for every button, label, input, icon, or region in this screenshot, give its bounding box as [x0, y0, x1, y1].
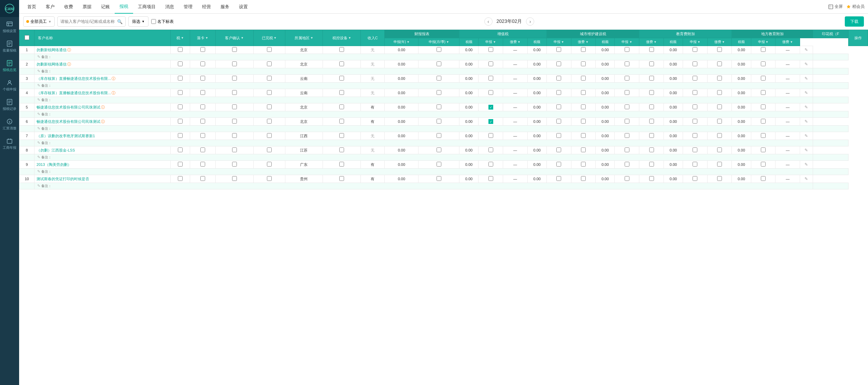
nav-service[interactable]: 服务 — [216, 0, 234, 14]
remark-cell[interactable]: ✎ 备注： — [34, 97, 813, 103]
remark-cell[interactable]: ✎ 备注： — [34, 183, 813, 189]
employee-filter[interactable]: 全部员工 ▼ — [23, 16, 55, 27]
edit-icon[interactable]: ✎ — [805, 62, 808, 67]
remark-cell[interactable]: ✎ 备注： — [34, 83, 813, 89]
search-box[interactable]: 🔍 — [57, 16, 126, 27]
sidebar-item-batch-tax[interactable]: 批量报税 — [0, 37, 19, 56]
action-cell[interactable]: ✎ — [800, 146, 813, 154]
tax-table-wrapper[interactable]: 客户名称 税▼ 落卡▼ 客户确认▼ 已完税▼ — [19, 30, 868, 385]
remark-cell[interactable]: ✎ 备注： — [34, 111, 813, 118]
fullscreen-btn[interactable]: 全屏 — [828, 4, 843, 10]
sidebar-item-personal-tax[interactable]: 个税申报 — [0, 75, 19, 95]
customer-name-cell[interactable]: （库存核算）直播畅捷通信息技术股份有限...ⓘ — [34, 75, 171, 83]
confirm-cell — [215, 60, 253, 68]
remark-cell[interactable]: ✎ 备注： — [34, 154, 813, 161]
remark-row: ✎ 备注： — [19, 183, 868, 189]
customer-name-cell[interactable]: 2013（陶美劳勿删） — [34, 161, 171, 169]
nav-manage[interactable]: 管理 — [179, 0, 197, 14]
remark-text: 备注： — [41, 184, 52, 188]
action-cell[interactable]: ✎ — [800, 118, 813, 126]
sidebar-item-settlement[interactable]: ¥ 汇算清缴 — [0, 114, 19, 134]
action-cell[interactable]: ✎ — [800, 60, 813, 68]
vat-amount: 0.00 — [459, 132, 479, 140]
remark-cell[interactable]: ✎ 备注： — [34, 68, 813, 75]
local-amount: 0.00 — [664, 161, 683, 169]
edu-pay-cb — [639, 161, 664, 169]
nav-accounting[interactable]: 记账 — [96, 0, 115, 14]
income-cell: 无 — [361, 146, 385, 154]
remark-cell[interactable]: ✎ 备注： — [34, 169, 813, 175]
nav-billing[interactable]: 收费 — [59, 0, 78, 14]
income-cell: 有 — [361, 161, 385, 169]
next-page-btn[interactable]: › — [526, 17, 534, 26]
action-cell[interactable]: ✎ — [800, 46, 813, 54]
vat-amount: 0.00 — [459, 103, 479, 111]
edit-icon[interactable]: ✎ — [805, 47, 808, 52]
edu-pay-cb — [639, 60, 664, 68]
edu-amount: 0.00 — [596, 75, 615, 83]
action-cell[interactable]: ✎ — [800, 75, 813, 83]
customer-name-cell[interactable]: 畅捷通信息技术股份有限公司民珠测试ⓘ — [34, 118, 171, 126]
sidebar-item-tax-records[interactable]: 报税记录 — [0, 95, 19, 114]
city-declare-cb — [546, 161, 571, 169]
edit-icon[interactable]: ✎ — [805, 162, 808, 167]
member-btn[interactable]: 稻会员 — [846, 4, 865, 10]
action-cell[interactable]: ✎ — [800, 103, 813, 111]
nav-operation[interactable]: 经营 — [197, 0, 216, 14]
sidebar-item-tax-settings[interactable]: 报税设置 — [0, 17, 19, 37]
svg-point-13 — [9, 81, 11, 83]
action-cell[interactable]: ✎ — [800, 132, 813, 140]
customer-name-cell[interactable]: （勿删）江西股金-LSS — [34, 146, 171, 154]
nav-message[interactable]: 消息 — [160, 0, 179, 14]
remark-cell[interactable]: ✎ 备注： — [34, 140, 813, 146]
edit-icon[interactable]: ✎ — [805, 133, 808, 138]
remark-spacer — [19, 111, 34, 118]
select-all-checkbox[interactable] — [25, 35, 29, 40]
nav-tax[interactable]: 报税 — [115, 0, 133, 14]
th-local-amount: 税额 — [664, 38, 683, 46]
edit-icon[interactable]: ✎ — [805, 148, 808, 153]
city-declare-cb — [546, 103, 571, 111]
filter-button[interactable]: 筛选 ▼ — [128, 16, 148, 27]
edit-icon[interactable]: ✎ — [805, 76, 808, 81]
annual-report-cb — [418, 75, 459, 83]
edit-icon[interactable]: ✎ — [805, 90, 808, 95]
customer-name-cell[interactable]: 勿删新锐网络通信ⓘ — [34, 60, 171, 68]
nav-business[interactable]: 工商项目 — [133, 0, 160, 14]
edu-declare-cb — [615, 146, 639, 154]
prev-page-btn[interactable]: ‹ — [484, 17, 493, 26]
row-no: 1 — [19, 46, 34, 54]
customer-name-cell[interactable]: 测试斯春的凭证打印的时候是否 — [34, 175, 171, 183]
action-cell[interactable]: ✎ — [800, 175, 813, 183]
nav-settings[interactable]: 设置 — [234, 0, 253, 14]
edit-icon[interactable]: ✎ — [805, 176, 808, 181]
nav-home[interactable]: 首页 — [23, 0, 41, 14]
search-input[interactable] — [60, 19, 116, 24]
customer-name-cell[interactable]: 畅捷通信息技术股份有限公司民珠测试ⓘ — [34, 103, 171, 111]
nav-customer[interactable]: 客户 — [41, 0, 59, 14]
customer-name-cell[interactable]: （原）误删勿改李艳牙测试斯赛新1 — [34, 132, 171, 140]
edit-icon[interactable]: ✎ — [805, 105, 808, 110]
th-annual-report: 申报(年)▼ — [385, 38, 418, 46]
city-pay-cb — [571, 103, 596, 111]
action-cell[interactable]: ✎ — [800, 89, 813, 97]
remark-cell[interactable]: ✎ 备注： — [34, 126, 813, 132]
remark-cell[interactable]: ✎ 备注： — [34, 54, 813, 60]
customer-name-cell[interactable]: 勿删新锐网络通信ⓘ — [34, 46, 171, 54]
named-list-checkbox-label[interactable]: 名下标表 — [151, 19, 174, 25]
sidebar-item-annual-report[interactable]: 工商年报 — [0, 134, 19, 153]
edit-icon[interactable]: ✎ — [805, 119, 808, 124]
download-button[interactable]: 下载 — [845, 16, 864, 27]
th-blank-card: 落卡▼ — [190, 30, 215, 46]
blank-card-cell — [190, 46, 215, 54]
named-list-checkbox[interactable] — [151, 19, 156, 24]
nav-invoice[interactable]: 票据 — [78, 0, 96, 14]
stamp-amount: 0.00 — [732, 75, 751, 83]
action-cell[interactable]: ✎ — [800, 161, 813, 169]
customer-name-cell[interactable]: （库存核算）直播畅捷通信息技术股份有限...ⓘ — [34, 89, 171, 97]
remark-text: 备注： — [41, 155, 52, 159]
sidebar-item-tax-overview[interactable]: 报税总览 — [0, 56, 19, 75]
region-cell: 云南 — [285, 89, 323, 97]
th-checkbox — [19, 30, 34, 46]
annual-report-icon — [6, 137, 13, 145]
